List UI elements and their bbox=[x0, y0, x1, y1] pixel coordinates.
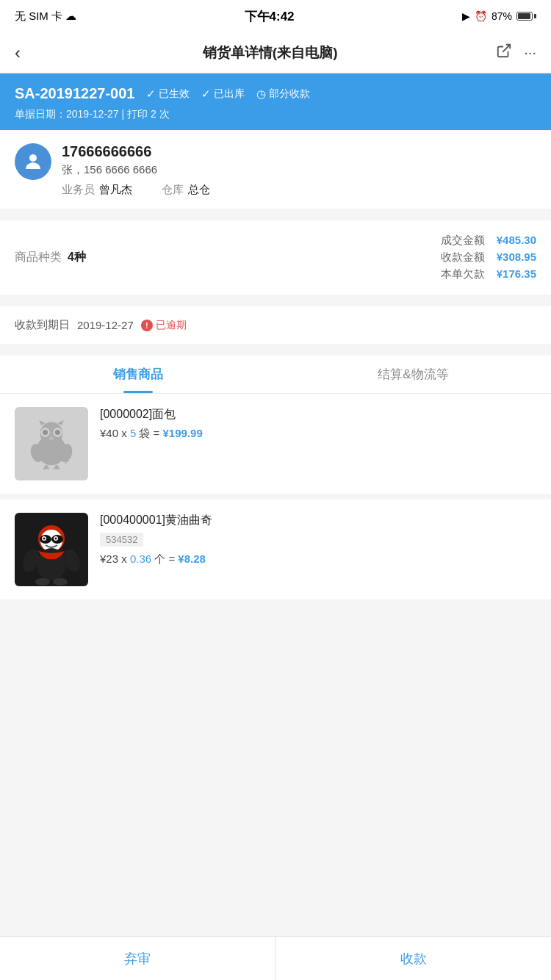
product-info-bread: [0000002]面包 ¥40 x 5 袋 = ¥199.99 bbox=[100, 407, 536, 441]
badge-partial-payment: ◷ 部分收款 bbox=[256, 87, 310, 101]
collect-payment-label: 收款 bbox=[400, 950, 427, 968]
divider-2 bbox=[0, 300, 551, 306]
sim-status: 无 SIM 卡 ☁ bbox=[15, 10, 76, 24]
bottom-spacer bbox=[0, 605, 551, 657]
warehouse-info: 仓库 总仓 bbox=[162, 183, 210, 197]
divider-1 bbox=[0, 215, 551, 220]
product-price-cookie: ¥23 x 0.36 个 = ¥8.28 bbox=[100, 552, 536, 566]
badge-effective: ✓ 已生效 bbox=[146, 87, 190, 101]
outstanding-label: 本单欠款 bbox=[441, 267, 485, 281]
cancel-review-label: 弃审 bbox=[124, 950, 151, 968]
received-label: 收款金额 bbox=[441, 251, 485, 264]
tab-settlement[interactable]: 结算&物流等 bbox=[276, 356, 551, 393]
product-qty-bread: 5 bbox=[130, 427, 136, 439]
svg-marker-10 bbox=[57, 420, 63, 425]
order-id: SA-20191227-001 bbox=[15, 85, 134, 102]
svg-point-26 bbox=[43, 538, 46, 540]
transaction-value: ¥485.30 bbox=[497, 234, 536, 248]
amount-stats: 成交金额 ¥485.30 收款金额 ¥308.95 本单欠款 ¥176.35 bbox=[441, 234, 536, 281]
page-title: 销货单详情(来自电脑) bbox=[203, 43, 338, 62]
battery-percent: 87% bbox=[491, 10, 512, 22]
product-item: [000400001]黄油曲奇 534532 ¥23 x 0.36 个 = ¥8… bbox=[0, 500, 551, 599]
back-button[interactable]: ‹ bbox=[15, 43, 44, 63]
stats-section: 商品种类 4种 成交金额 ¥485.30 收款金额 ¥308.95 本单欠款 ¥… bbox=[0, 220, 551, 295]
product-info-cookie: [000400001]黄油曲奇 534532 ¥23 x 0.36 个 = ¥8… bbox=[100, 513, 536, 566]
divider-3 bbox=[0, 350, 551, 356]
svg-point-31 bbox=[35, 578, 50, 586]
received-amount-row: 收款金额 ¥308.95 bbox=[441, 251, 536, 264]
customer-info: 17666666666 张，156 6666 6666 业务员 曾凡杰 仓库 总… bbox=[62, 143, 536, 197]
salesperson-label: 业务员 bbox=[62, 183, 95, 197]
product-list: + [0000002]面包 ¥40 x 5 袋 = ¥199.99 bbox=[0, 394, 551, 599]
product-total-bread: ¥199.99 bbox=[163, 427, 203, 439]
product-item: + [0000002]面包 ¥40 x 5 袋 = ¥199.99 bbox=[0, 394, 551, 494]
due-label: 收款到期日 bbox=[15, 318, 70, 332]
overdue-icon: ! bbox=[141, 320, 153, 331]
nav-actions: ··· bbox=[496, 43, 536, 62]
product-sku-cookie: 534532 bbox=[100, 533, 143, 547]
tab-sales-products[interactable]: 销售商品 bbox=[0, 356, 276, 393]
customer-section: 17666666666 张，156 6666 6666 业务员 曾凡杰 仓库 总… bbox=[0, 130, 551, 209]
status-left: 无 SIM 卡 ☁ bbox=[15, 10, 76, 24]
salesperson-info: 业务员 曾凡杰 bbox=[62, 183, 132, 197]
collect-payment-button[interactable]: 收款 bbox=[276, 937, 552, 980]
svg-line-0 bbox=[503, 45, 510, 52]
cancel-review-button[interactable]: 弃审 bbox=[0, 937, 276, 980]
customer-avatar bbox=[15, 143, 51, 180]
customer-name-phone: 张，156 6666 6666 bbox=[62, 163, 536, 177]
payment-due-section: 收款到期日 2019-12-27 ! 已逾期 bbox=[0, 306, 551, 344]
customer-id: 17666666666 bbox=[62, 143, 536, 160]
location-icon: ▶ bbox=[462, 10, 470, 22]
check-icon-effective: ✓ bbox=[146, 87, 156, 101]
transaction-label: 成交金额 bbox=[441, 234, 485, 248]
product-price-bread: ¥40 x 5 袋 = ¥199.99 bbox=[100, 427, 536, 441]
svg-point-32 bbox=[53, 578, 68, 586]
received-value: ¥308.95 bbox=[497, 251, 536, 264]
check-icon-shipped: ✓ bbox=[201, 87, 211, 101]
svg-text:+: + bbox=[62, 455, 68, 467]
badge-shipped: ✓ 已出库 bbox=[201, 87, 245, 101]
salesperson-value: 曾凡杰 bbox=[99, 183, 132, 197]
order-header-banner: SA-20191227-001 ✓ 已生效 ✓ 已出库 ◷ 部分收款 单据日期：… bbox=[0, 73, 551, 130]
warehouse-value: 总仓 bbox=[188, 183, 210, 197]
status-time: 下午4:42 bbox=[245, 8, 295, 25]
product-qty-cookie: 0.36 bbox=[130, 552, 151, 565]
overdue-badge: ! 已逾期 bbox=[141, 319, 187, 332]
tabs-container: 销售商品 结算&物流等 bbox=[0, 356, 551, 394]
warehouse-label: 仓库 bbox=[162, 183, 184, 197]
alarm-icon: ⏰ bbox=[475, 10, 487, 22]
share-button[interactable] bbox=[496, 43, 512, 62]
bottom-bar: 弃审 收款 bbox=[0, 936, 551, 980]
clock-icon: ◷ bbox=[256, 87, 266, 101]
svg-point-1 bbox=[29, 154, 37, 162]
outstanding-value: ¥176.35 bbox=[497, 267, 536, 281]
category-count: 4种 bbox=[68, 250, 86, 265]
product-image-cookie bbox=[15, 513, 88, 586]
product-category-stat: 商品种类 4种 bbox=[15, 234, 86, 281]
product-total-cookie: ¥8.28 bbox=[178, 552, 206, 565]
svg-marker-9 bbox=[39, 420, 45, 425]
order-sub-info: 单据日期：2019-12-27 | 打印 2 次 bbox=[15, 108, 536, 121]
status-bar: 无 SIM 卡 ☁ 下午4:42 ▶ ⏰ 87% bbox=[0, 0, 551, 32]
svg-point-27 bbox=[55, 538, 57, 540]
product-name-cookie: [000400001]黄油曲奇 bbox=[100, 513, 536, 528]
overdue-text: 已逾期 bbox=[156, 319, 187, 332]
due-date: 2019-12-27 bbox=[77, 319, 134, 331]
svg-point-7 bbox=[55, 430, 60, 435]
product-name-bread: [0000002]面包 bbox=[100, 407, 536, 422]
tab-active-indicator bbox=[123, 391, 153, 393]
transaction-amount-row: 成交金额 ¥485.30 bbox=[441, 234, 536, 248]
svg-point-6 bbox=[43, 430, 48, 435]
battery-icon bbox=[516, 12, 536, 21]
status-right: ▶ ⏰ 87% bbox=[462, 10, 536, 22]
nav-bar: ‹ 销货单详情(来自电脑) ··· bbox=[0, 32, 551, 73]
category-label: 商品种类 bbox=[15, 250, 62, 265]
product-image-bread: + bbox=[15, 407, 88, 480]
more-button[interactable]: ··· bbox=[524, 44, 536, 61]
customer-meta: 业务员 曾凡杰 仓库 总仓 bbox=[62, 183, 536, 197]
outstanding-amount-row: 本单欠款 ¥176.35 bbox=[441, 267, 536, 281]
